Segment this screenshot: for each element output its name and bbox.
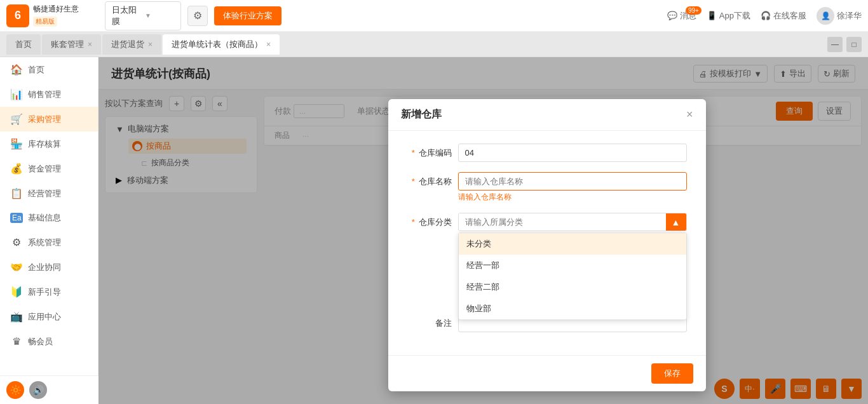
warehouse-name-label: * 仓库名称 (407, 172, 458, 187)
app-download-icon: 📱 (707, 11, 717, 20)
dropdown-item-property[interactable]: 物业部 (459, 298, 686, 320)
sidebar-item-vip[interactable]: ♛ 畅会员 (0, 329, 98, 354)
warehouse-name-input[interactable] (458, 172, 687, 191)
dialog-body: * 仓库编码 * 仓库名称 请输入仓库名称 (388, 131, 706, 355)
sales-icon: 📊 (10, 88, 23, 100)
category-input-wrapper: ▲ (458, 213, 687, 231)
app-download-button[interactable]: 📱 App下载 (707, 10, 750, 22)
logo-icon: 6 (6, 4, 29, 27)
sidebar-item-enterprise[interactable]: 🤝 企业协同 (0, 255, 98, 279)
header-middle: 日太阳膜 ▼ ⚙ 体验行业方案 (105, 1, 667, 30)
sidebar-item-guide[interactable]: 🔰 新手引导 (0, 279, 98, 304)
sidebar-item-app-center[interactable]: 📺 应用中心 (0, 304, 98, 329)
vip-icon: ♛ (10, 335, 23, 347)
tab-minimize-button[interactable]: — (827, 37, 843, 52)
message-icon: 💬 (667, 11, 677, 20)
tab-purchase-return[interactable]: 进货退货 × (102, 34, 161, 55)
dialog-footer: 保存 (388, 355, 706, 391)
sidebar-item-inventory[interactable]: 🏪 库存核算 (0, 131, 98, 156)
inventory-icon: 🏪 (10, 138, 23, 150)
logo-badge: 精易版 (33, 17, 57, 27)
logo-text: 畅捷通好生意 (33, 4, 79, 15)
warehouse-category-input[interactable] (459, 213, 666, 231)
sidebar: 🏠 首页 📊 销售管理 🛒 采购管理 🏪 库存核算 💰 资金管理 📋 经营管理 … (0, 57, 98, 404)
enterprise-icon: 🤝 (10, 261, 23, 273)
warehouse-code-input[interactable] (458, 144, 687, 162)
logo-area: 6 畅捷通好生意 精易版 (6, 4, 105, 27)
headphone-icon: 🎧 (761, 11, 771, 20)
content-area: 进货单统计(按商品) 🖨 按模板打印 ▼ ⬆ 导出 ↻ 刷新 (98, 57, 868, 404)
warehouse-category-label: * 仓库分类 (407, 213, 458, 228)
dialog-title: 新增仓库 (401, 108, 442, 121)
warehouse-code-field (458, 144, 687, 162)
theme-button[interactable]: 🔆 (6, 381, 24, 399)
finance-icon: 💰 (10, 163, 23, 175)
service-button[interactable]: 🎧 在线客服 (761, 10, 806, 22)
sidebar-item-purchase[interactable]: 🛒 采购管理 (0, 107, 98, 131)
tab-close-account[interactable]: × (88, 40, 92, 49)
main-layout: 🏠 首页 📊 销售管理 🛒 采购管理 🏪 库存核算 💰 资金管理 📋 经营管理 … (0, 57, 868, 404)
sidebar-item-sales[interactable]: 📊 销售管理 (0, 82, 98, 107)
sidebar-item-finance[interactable]: 💰 资金管理 (0, 156, 98, 181)
user-menu[interactable]: 👤 徐泽华 (817, 7, 862, 25)
warehouse-category-row: * 仓库分类 ▲ 未分类 经营一部 经营二部 物业部 (407, 213, 687, 231)
warehouse-name-row: * 仓库名称 请输入仓库名称 (407, 172, 687, 203)
tab-controls: — □ (827, 37, 862, 52)
dialog-header: 新增仓库 × (388, 99, 706, 131)
tab-account[interactable]: 账套管理 × (42, 34, 101, 55)
top-header: 6 畅捷通好生意 精易版 日太阳膜 ▼ ⚙ 体验行业方案 💬 消息 99+ 📱 … (0, 0, 868, 32)
new-warehouse-dialog: 新增仓库 × * 仓库编码 * (388, 99, 706, 391)
tab-expand-button[interactable]: □ (846, 37, 862, 52)
trial-button[interactable]: 体验行业方案 (214, 6, 281, 25)
dropdown-item-uncategorized[interactable]: 未分类 (459, 233, 686, 255)
basic-info-icon: Ea (10, 213, 23, 223)
home-icon: 🏠 (10, 64, 23, 76)
sidebar-bottom-bar: 🔆 🔊 (0, 375, 98, 404)
warehouse-code-row: * 仓库编码 (407, 144, 687, 162)
tab-close-purchase-stat[interactable]: × (266, 40, 271, 49)
store-selector[interactable]: 日太阳膜 ▼ (105, 1, 181, 30)
message-badge: 99+ (686, 6, 702, 15)
remark-label: 备注 (407, 314, 458, 329)
sound-button[interactable]: 🔊 (29, 381, 47, 399)
warehouse-code-label: * 仓库编码 (407, 144, 458, 159)
category-arrow-button[interactable]: ▲ (666, 213, 686, 231)
avatar: 👤 (817, 7, 834, 25)
save-button[interactable]: 保存 (651, 363, 693, 384)
system-icon: ⚙ (10, 236, 23, 248)
category-dropdown: 未分类 经营一部 经营二部 物业部 (458, 232, 687, 320)
tab-purchase-stat[interactable]: 进货单统计表（按商品） × (163, 34, 280, 55)
warehouse-name-error: 请输入仓库名称 (458, 192, 687, 203)
tab-bar: 首页 账套管理 × 进货退货 × 进货单统计表（按商品） × — □ (0, 32, 868, 57)
sidebar-item-basic-info[interactable]: Ea 基础信息 (0, 206, 98, 230)
header-right: 💬 消息 99+ 📱 App下载 🎧 在线客服 👤 徐泽华 (667, 7, 862, 25)
warehouse-name-field: 请输入仓库名称 (458, 172, 687, 203)
purchase-icon: 🛒 (10, 113, 23, 125)
operations-icon: 📋 (10, 187, 23, 199)
dropdown-item-dept2[interactable]: 经营二部 (459, 276, 686, 298)
app-center-icon: 📺 (10, 311, 23, 323)
sidebar-item-home[interactable]: 🏠 首页 (0, 57, 98, 82)
tab-home[interactable]: 首页 (6, 34, 41, 55)
dialog-close-button[interactable]: × (686, 108, 693, 121)
gear-button[interactable]: ⚙ (187, 6, 208, 26)
guide-icon: 🔰 (10, 286, 23, 298)
tab-close-purchase-return[interactable]: × (148, 40, 153, 49)
dropdown-item-dept1[interactable]: 经营一部 (459, 255, 686, 276)
sidebar-item-system[interactable]: ⚙ 系统管理 (0, 230, 98, 255)
sidebar-item-operations[interactable]: 📋 经营管理 (0, 181, 98, 206)
chevron-down-icon: ▼ (145, 12, 174, 19)
message-button[interactable]: 💬 消息 99+ (667, 10, 696, 22)
warehouse-category-field: ▲ 未分类 经营一部 经营二部 物业部 (458, 213, 687, 231)
